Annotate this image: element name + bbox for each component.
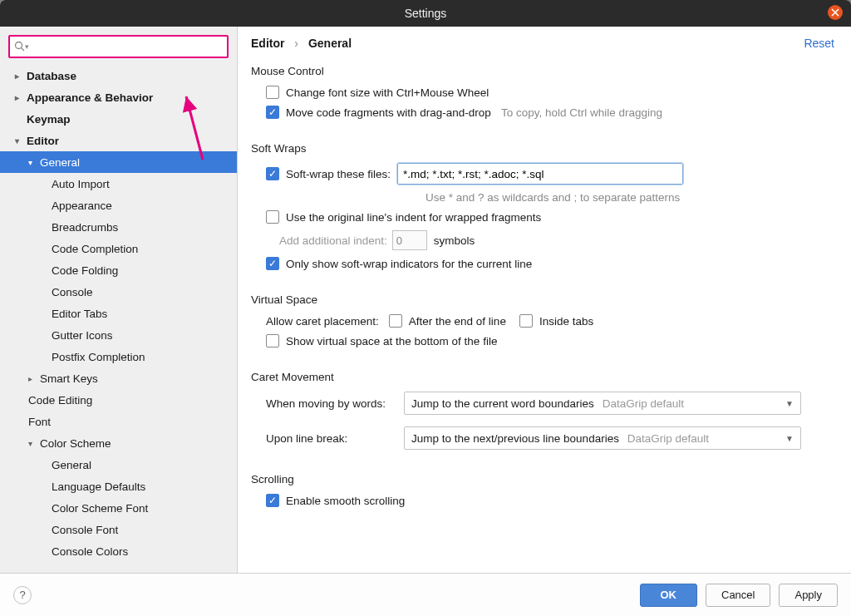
- tree-console[interactable]: Console: [0, 281, 237, 303]
- select-line-break[interactable]: Jump to the next/previous line boundarie…: [404, 426, 801, 450]
- label-smooth-scroll: Enable smooth scrolling: [286, 495, 405, 507]
- label-only-show: Only show soft-wrap indicators for the c…: [286, 258, 532, 270]
- tree-cs-console-colors[interactable]: Console Colors: [0, 540, 237, 562]
- tree-code-folding[interactable]: Code Folding: [0, 259, 237, 281]
- label-symbols: symbols: [434, 234, 475, 247]
- tree-editor-general[interactable]: ▾General: [0, 151, 237, 173]
- search-input[interactable]: [29, 41, 224, 53]
- tree-cs-font[interactable]: Color Scheme Font: [0, 497, 237, 519]
- search-input-wrapper[interactable]: ▾: [8, 35, 229, 58]
- checkbox-move-fragments[interactable]: [266, 106, 279, 119]
- checkbox-change-font[interactable]: [266, 86, 279, 99]
- chevron-down-icon: ▼: [785, 434, 794, 443]
- tree-database[interactable]: ▸Database: [0, 65, 237, 86]
- label-original-indent: Use the original line's indent for wrapp…: [286, 211, 541, 224]
- checkbox-smooth-scroll[interactable]: [266, 494, 279, 507]
- main-content[interactable]: Mouse Control Change font size with Ctrl…: [238, 55, 851, 573]
- settings-window: Settings ▾ ▸Database ▸Appearance & Behav…: [0, 0, 851, 616]
- input-additional-indent[interactable]: [392, 230, 427, 250]
- help-icon: ?: [19, 589, 25, 601]
- row-additional-indent: Add additional indent: symbols: [251, 227, 834, 254]
- ok-button[interactable]: OK: [640, 584, 698, 607]
- select-by-words[interactable]: Jump to the current word boundaries Data…: [404, 392, 801, 415]
- tree-smart-keys[interactable]: ▸Smart Keys: [0, 367, 237, 389]
- select-by-words-suffix: DataGrip default: [603, 397, 684, 410]
- apply-button[interactable]: Apply: [779, 584, 838, 607]
- breadcrumb-editor[interactable]: Editor: [251, 37, 284, 50]
- label-softwrap-files: Soft-wrap these files:: [286, 168, 391, 180]
- tree-editor-tabs[interactable]: Editor Tabs: [0, 303, 237, 324]
- tree-postfix-completion[interactable]: Postfix Completion: [0, 346, 237, 367]
- section-title-softwraps: Soft Wraps: [251, 142, 834, 155]
- chevron-down-icon: ▼: [785, 399, 794, 408]
- tree-cs-general[interactable]: General: [0, 454, 237, 476]
- reset-link[interactable]: Reset: [804, 37, 834, 50]
- checkbox-show-bottom[interactable]: [266, 334, 279, 347]
- label-allow-caret: Allow caret placement:: [266, 315, 379, 328]
- checkbox-softwrap-files[interactable]: [266, 167, 279, 180]
- settings-tree[interactable]: ▸Database ▸Appearance & Behavior Keymap …: [0, 63, 237, 573]
- input-softwrap-patterns[interactable]: [397, 163, 683, 185]
- breadcrumb-sep-icon: ›: [294, 37, 298, 50]
- row-change-font[interactable]: Change font size with Ctrl+Mouse Wheel: [251, 82, 834, 102]
- select-by-words-value: Jump to the current word boundaries: [411, 397, 594, 410]
- row-line-break: Upon line break: Jump to the next/previo…: [251, 423, 834, 453]
- label-by-words: When moving by words:: [266, 397, 404, 410]
- section-soft-wraps: Soft Wraps Soft-wrap these files: Use * …: [251, 142, 834, 274]
- tree-code-editing[interactable]: Code Editing: [0, 389, 237, 411]
- tree-font[interactable]: Font: [0, 411, 237, 432]
- window-title: Settings: [405, 7, 447, 20]
- sidebar: ▾ ▸Database ▸Appearance & Behavior Keyma…: [0, 27, 238, 573]
- label-after-eol: After the end of line: [409, 315, 506, 328]
- row-only-show[interactable]: Only show soft-wrap indicators for the c…: [251, 254, 834, 274]
- tree-appearance-behavior[interactable]: ▸Appearance & Behavior: [0, 86, 237, 108]
- label-line-break: Upon line break:: [266, 432, 404, 445]
- row-smooth-scroll[interactable]: Enable smooth scrolling: [251, 490, 834, 510]
- row-move-fragments[interactable]: Move code fragments with drag-and-drop T…: [251, 102, 834, 122]
- tree-editor[interactable]: ▾Editor: [0, 130, 237, 151]
- label-show-bottom: Show virtual space at the bottom of the …: [286, 335, 497, 347]
- checkbox-only-show[interactable]: [266, 257, 279, 270]
- row-original-indent[interactable]: Use the original line's indent for wrapp…: [251, 207, 834, 227]
- tree-code-completion[interactable]: Code Completion: [0, 238, 237, 259]
- section-title-mouse: Mouse Control: [251, 65, 834, 77]
- close-button[interactable]: [828, 5, 843, 20]
- section-caret-movement: Caret Movement When moving by words: Jum…: [251, 371, 834, 453]
- checkbox-after-eol[interactable]: [389, 314, 402, 328]
- main-header: Editor › General Reset: [238, 27, 851, 55]
- row-allow-caret: Allow caret placement: After the end of …: [251, 311, 834, 331]
- section-scrolling: Scrolling Enable smooth scrolling: [251, 473, 834, 510]
- tree-gutter-icons[interactable]: Gutter Icons: [0, 324, 237, 346]
- close-icon: [831, 8, 839, 17]
- section-virtual-space: Virtual Space Allow caret placement: Aft…: [251, 293, 834, 351]
- tree-color-scheme[interactable]: ▾Color Scheme: [0, 432, 237, 454]
- titlebar: Settings: [0, 0, 851, 27]
- main-panel: Editor › General Reset Mouse Control Cha…: [238, 27, 851, 573]
- label-move-fragments: Move code fragments with drag-and-drop: [286, 106, 491, 119]
- checkbox-inside-tabs[interactable]: [519, 314, 533, 328]
- hint-softwrap: Use * and ? as wildcards and ; to separa…: [426, 191, 680, 204]
- svg-line-1: [22, 48, 25, 52]
- tree-cs-console-font[interactable]: Console Font: [0, 519, 237, 540]
- tree-appearance[interactable]: Appearance: [0, 195, 237, 216]
- row-softwrap-files: Soft-wrap these files:: [251, 160, 834, 188]
- breadcrumb-general: General: [308, 37, 352, 50]
- svg-point-0: [16, 42, 22, 49]
- label-inside-tabs: Inside tabs: [539, 315, 593, 328]
- section-title-scrolling: Scrolling: [251, 473, 834, 485]
- section-title-virtual: Virtual Space: [251, 293, 834, 306]
- tree-breadcrumbs[interactable]: Breadcrumbs: [0, 216, 237, 238]
- row-softwrap-hint: Use * and ? as wildcards and ; to separa…: [251, 188, 834, 207]
- help-button[interactable]: ?: [13, 586, 32, 604]
- breadcrumb: Editor › General: [251, 37, 352, 50]
- checkbox-original-indent[interactable]: [266, 210, 279, 224]
- row-show-bottom[interactable]: Show virtual space at the bottom of the …: [251, 331, 834, 351]
- tree-auto-import[interactable]: Auto Import: [0, 173, 237, 195]
- select-line-break-suffix: DataGrip default: [627, 432, 709, 445]
- cancel-button[interactable]: Cancel: [706, 584, 770, 607]
- label-additional-indent: Add additional indent:: [279, 234, 387, 247]
- section-mouse-control: Mouse Control Change font size with Ctrl…: [251, 65, 834, 122]
- dialog-body: ▾ ▸Database ▸Appearance & Behavior Keyma…: [0, 27, 851, 573]
- tree-keymap[interactable]: Keymap: [0, 108, 237, 130]
- tree-cs-language-defaults[interactable]: Language Defaults: [0, 476, 237, 497]
